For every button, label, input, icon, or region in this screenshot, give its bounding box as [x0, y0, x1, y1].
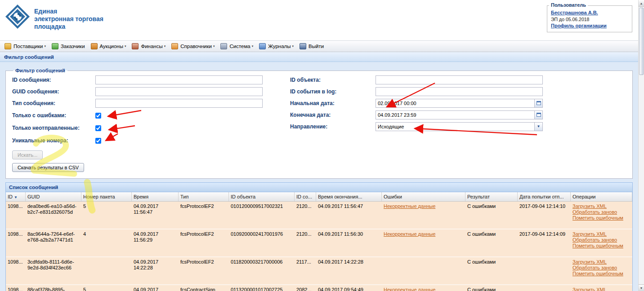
load-xml-link[interactable]: Загрузить XML	[572, 259, 631, 265]
load-xml-link[interactable]: Загрузить XML	[572, 203, 631, 209]
table-header: ID▼ GUID Номер пакета Время Тип ID объек…	[6, 192, 632, 202]
message-guid-label: GUID сообщения:	[12, 88, 95, 95]
column-header-guid[interactable]: GUID	[26, 192, 81, 201]
column-header-packet[interactable]: Номер пакета	[81, 192, 132, 201]
start-date-label: Начальная дата:	[290, 100, 376, 106]
object-id-input[interactable]	[376, 75, 543, 84]
cell-type: fcsProtocolEF2	[179, 229, 229, 256]
menu-item-customers[interactable]: Заказчики	[50, 42, 89, 51]
table-row: 1098... 3cdfda9b-8111-6d6e-9e2d-8d34f423…	[6, 257, 632, 285]
cell-attempt-date: 2017-09-04 12:14:09	[518, 229, 571, 256]
menu-item-suppliers[interactable]: Поставщики ▾	[3, 42, 50, 51]
app-title-line: площадка	[34, 23, 103, 31]
menu-item-journals[interactable]: Журналы ▾	[257, 42, 298, 51]
menu-item-directories[interactable]: Справочники ▾	[170, 42, 219, 51]
log-event-id-label: ID события в log:	[290, 88, 376, 95]
chevron-down-icon: ▼	[537, 125, 541, 128]
cell-event-id: 2120...	[295, 202, 316, 229]
cell-errors: Некорректные данные	[382, 229, 465, 256]
cell-id: 1098...	[6, 285, 26, 291]
menu-item-auctions[interactable]: Аукционы ▾	[89, 42, 130, 51]
error-details-link[interactable]: Некорректные данные	[384, 287, 435, 291]
cell-result: С ошибками	[465, 285, 518, 291]
download-csv-button[interactable]: Скачать результаты в CSV	[12, 163, 84, 172]
message-id-input[interactable]	[95, 75, 263, 84]
exit-icon	[300, 43, 306, 49]
vertical-scrollbar[interactable]: ▲ ▼	[638, 0, 644, 291]
mark-erroneous-link[interactable]: Пометить ошибочным	[572, 215, 631, 221]
message-id-label: ID сообщения:	[12, 77, 95, 83]
app-title: Единая электронная торговая площадка	[34, 8, 103, 31]
results-panel: Список сообщений ID▼ GUID Номер пакета В…	[5, 182, 633, 291]
error-details-link[interactable]: Некорректные данные	[384, 203, 435, 209]
cell-operations: Загрузить XML Обработать заново Пометить…	[571, 257, 632, 284]
end-date-calendar-button[interactable]	[535, 110, 543, 119]
load-xml-link[interactable]: Загрузить XML	[572, 231, 631, 237]
start-date-calendar-button[interactable]	[535, 99, 543, 108]
log-event-id-input[interactable]	[376, 87, 543, 96]
scroll-down-icon[interactable]: ▼	[639, 284, 644, 291]
direction-combo-input[interactable]	[376, 122, 535, 131]
results-panel-header: Список сообщений	[6, 183, 632, 192]
filter-fieldset: Фильтр сообщений ID сообщения: GUID сооб…	[5, 68, 633, 179]
column-header-operations[interactable]: Операции	[571, 192, 632, 201]
app-title-line: электронная торговая	[34, 15, 103, 23]
cell-event-id: 2117...	[295, 257, 316, 284]
menu-item-finances[interactable]: Финансы ▾	[130, 42, 170, 51]
column-header-event-id[interactable]: ID со...	[295, 192, 316, 201]
message-guid-input[interactable]	[95, 87, 263, 96]
mark-erroneous-link[interactable]: Пометить ошибочным	[572, 271, 631, 277]
reprocess-link[interactable]: Обработать заново	[572, 237, 631, 243]
results-title: Список сообщений	[9, 185, 58, 190]
cell-object-id: 0118200003217000006	[229, 257, 295, 284]
error-details-link[interactable]: Некорректные данные	[384, 231, 435, 237]
only-unsent-checkbox[interactable]	[95, 125, 101, 131]
org-profile-link[interactable]: Профиль организации	[551, 22, 628, 29]
page-title: Фильтр сообщений	[4, 54, 54, 60]
search-button[interactable]: Искать...	[12, 150, 43, 159]
cell-id: 1098...	[6, 229, 26, 256]
end-date-input[interactable]	[376, 110, 535, 119]
cell-result: С ошибками	[465, 229, 518, 256]
column-header-attempt-date[interactable]: Дата попытки отп...	[518, 192, 571, 201]
user-cert-text: ЭП до 05.06.2018	[551, 16, 628, 22]
cell-id: 1098...	[6, 202, 26, 229]
reprocess-link[interactable]: Обработать заново	[572, 265, 631, 271]
user-name-link[interactable]: Бесстрашнова А.В.	[551, 9, 628, 16]
only-errors-checkbox[interactable]	[95, 113, 101, 119]
cell-event-id: 2120...	[295, 229, 316, 256]
filter-legend: Фильтр сообщений	[13, 68, 67, 73]
cell-operations: Загрузить XML Обработать заново Пометить…	[571, 202, 632, 229]
mark-erroneous-link[interactable]: Пометить ошибочным	[572, 243, 631, 249]
cell-attempt-date	[518, 257, 571, 284]
message-type-input[interactable]	[95, 99, 263, 108]
column-header-type[interactable]: Тип	[179, 192, 229, 201]
start-date-input[interactable]	[376, 99, 535, 108]
cell-guid: dea0bed6-ea10-a56d-b2c7-e831d326075d	[26, 202, 81, 229]
suppliers-icon	[4, 43, 11, 49]
reprocess-link[interactable]: Обработать заново	[572, 209, 631, 215]
chevron-down-icon: ▾	[292, 44, 294, 48]
column-header-time[interactable]: Время	[132, 192, 179, 201]
cell-result: С ошибками	[465, 202, 518, 229]
end-date-label: Конечная дата:	[290, 112, 376, 118]
direction-combo-trigger[interactable]: ▼	[535, 122, 543, 131]
column-header-errors[interactable]: Ошибки	[382, 192, 465, 201]
menu-item-exit[interactable]: Выйти	[298, 42, 328, 51]
app-title-line: Единая	[34, 8, 103, 15]
load-xml-link[interactable]: Загрузить XML	[572, 287, 631, 291]
column-header-end-time[interactable]: Время окончания...	[316, 192, 382, 201]
cell-errors: Некорректные данные	[382, 202, 465, 229]
unique-numbers-checkbox[interactable]	[95, 138, 101, 144]
scroll-up-icon[interactable]: ▲	[639, 0, 644, 7]
scrollbar-thumb[interactable]	[639, 8, 644, 75]
chevron-down-icon: ▾	[164, 44, 166, 48]
sort-desc-icon: ▼	[14, 195, 18, 199]
column-header-result[interactable]: Результат	[465, 192, 518, 201]
message-type-label: Тип сообщения:	[12, 100, 95, 106]
column-header-object-id[interactable]: ID объекта	[229, 192, 295, 201]
app-header: Единая электронная торговая площадка Пол…	[0, 0, 644, 40]
cell-errors	[382, 257, 465, 284]
menu-item-system[interactable]: Система ▾	[219, 42, 257, 51]
column-header-id[interactable]: ID▼	[6, 192, 26, 201]
